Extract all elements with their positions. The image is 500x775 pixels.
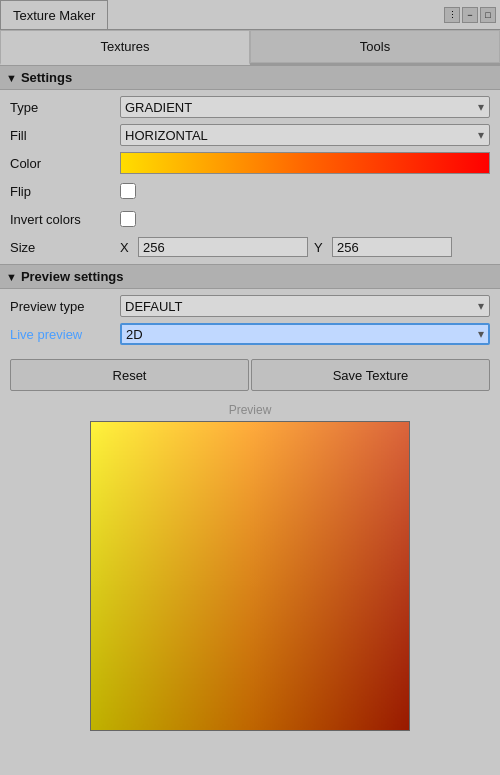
preview-canvas [90, 421, 410, 731]
type-dropdown-wrapper: GRADIENT NOISE SOLID [120, 96, 490, 118]
minimize-button[interactable]: − [462, 7, 478, 23]
size-x-input[interactable] [138, 237, 308, 257]
size-y-input[interactable] [332, 237, 452, 257]
reset-button[interactable]: Reset [10, 359, 249, 391]
size-x-label: X [120, 240, 132, 255]
title-bar-controls: ⋮ − □ [444, 7, 500, 23]
fill-dropdown[interactable]: HORIZONTAL VERTICAL RADIAL [120, 124, 490, 146]
preview-label: Preview [10, 403, 490, 417]
flip-row: Flip [10, 180, 490, 202]
live-preview-row: Live preview 2D 3D [10, 323, 490, 345]
invert-colors-label: Invert colors [10, 212, 120, 227]
size-row: Size X Y [10, 236, 490, 258]
preview-type-dropdown[interactable]: DEFAULT TILED CUSTOM [120, 295, 490, 317]
settings-arrow-icon: ▼ [6, 72, 17, 84]
type-row: Type GRADIENT NOISE SOLID [10, 96, 490, 118]
settings-label: Settings [21, 70, 72, 85]
invert-colors-row: Invert colors [10, 208, 490, 230]
live-preview-link[interactable]: Live preview [10, 327, 82, 342]
settings-form: Type GRADIENT NOISE SOLID Fill HORIZONTA… [0, 90, 500, 264]
size-label: Size [10, 240, 120, 255]
color-picker[interactable] [120, 152, 490, 174]
type-dropdown[interactable]: GRADIENT NOISE SOLID [120, 96, 490, 118]
content-area: ▼ Settings Type GRADIENT NOISE SOLID Fil… [0, 65, 500, 741]
maximize-icon: □ [485, 10, 490, 20]
menu-button[interactable]: ⋮ [444, 7, 460, 23]
live-preview-dropdown-wrapper: 2D 3D [120, 323, 490, 345]
invert-colors-checkbox[interactable] [120, 211, 136, 227]
flip-checkbox[interactable] [120, 183, 136, 199]
tab-textures[interactable]: Textures [0, 30, 250, 65]
preview-type-row: Preview type DEFAULT TILED CUSTOM [10, 295, 490, 317]
window-title-tab: Texture Maker [0, 0, 108, 29]
preview-settings-arrow-icon: ▼ [6, 271, 17, 283]
fill-dropdown-wrapper: HORIZONTAL VERTICAL RADIAL [120, 124, 490, 146]
fill-label: Fill [10, 128, 120, 143]
preview-settings-form: Preview type DEFAULT TILED CUSTOM Live p… [0, 289, 500, 351]
fill-row: Fill HORIZONTAL VERTICAL RADIAL [10, 124, 490, 146]
preview-type-dropdown-wrapper: DEFAULT TILED CUSTOM [120, 295, 490, 317]
preview-section: Preview [0, 399, 500, 741]
title-bar: Texture Maker ⋮ − □ [0, 0, 500, 30]
settings-section-header: ▼ Settings [0, 65, 500, 90]
minimize-icon: − [467, 10, 472, 20]
maximize-button[interactable]: □ [480, 7, 496, 23]
color-row: Color [10, 152, 490, 174]
save-texture-button[interactable]: Save Texture [251, 359, 490, 391]
menu-icon: ⋮ [448, 10, 457, 20]
tab-tools[interactable]: Tools [250, 30, 500, 63]
action-buttons-row: Reset Save Texture [0, 351, 500, 399]
tab-textures-label: Textures [100, 39, 149, 54]
size-y-label: Y [314, 240, 326, 255]
preview-type-label: Preview type [10, 299, 120, 314]
color-label: Color [10, 156, 120, 171]
live-preview-label: Live preview [10, 327, 120, 342]
type-label: Type [10, 100, 120, 115]
flip-label: Flip [10, 184, 120, 199]
size-inputs: X Y [120, 237, 490, 257]
preview-settings-label: Preview settings [21, 269, 124, 284]
window-title: Texture Maker [13, 8, 95, 23]
tab-tools-label: Tools [360, 39, 390, 54]
live-preview-dropdown[interactable]: 2D 3D [120, 323, 490, 345]
preview-settings-section-header: ▼ Preview settings [0, 264, 500, 289]
main-tabs: Textures Tools [0, 30, 500, 65]
